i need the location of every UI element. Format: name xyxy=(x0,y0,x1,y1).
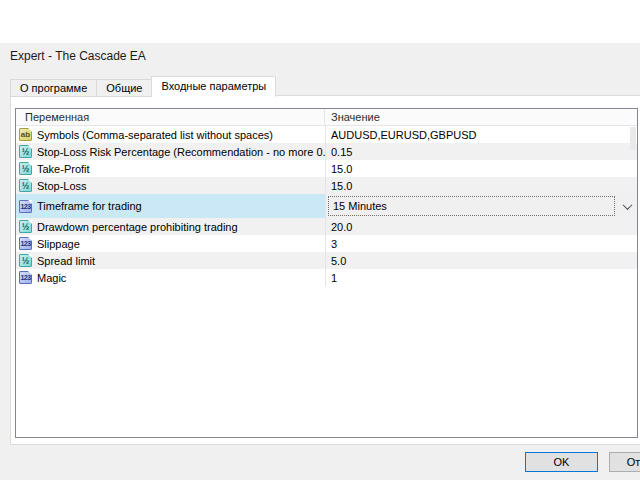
table-row[interactable]: ½ Spread limit 5.0 xyxy=(16,252,637,269)
double-type-icon: ½ xyxy=(19,162,32,175)
parameter-name: Stop-Loss xyxy=(37,180,87,192)
column-header-variable: Переменная xyxy=(16,109,325,125)
table-row[interactable]: ½ Stop-Loss 15.0 xyxy=(16,177,637,194)
table-row[interactable]: ab Symbols (Comma-separated list without… xyxy=(16,126,637,143)
parameter-name: Magic xyxy=(37,272,66,284)
table-row[interactable]: 123 Magic 1 xyxy=(16,269,637,286)
parameter-value: AUDUSD,EURUSD,GBPUSD xyxy=(326,129,476,141)
integer-type-icon: 123 xyxy=(19,271,32,284)
cancel-button[interactable]: Отмена xyxy=(609,452,640,472)
tab-bar: О программе Общие Входные параметры xyxy=(10,76,275,97)
parameter-value: 20.0 xyxy=(326,221,352,233)
ok-button[interactable]: OK xyxy=(525,452,598,472)
parameter-name: Slippage xyxy=(37,238,80,250)
double-type-icon: ½ xyxy=(19,179,32,192)
table-header: Переменная Значение xyxy=(16,109,637,126)
double-type-icon: ½ xyxy=(19,254,32,267)
parameter-name: Drawdown percentage prohibiting trading xyxy=(37,221,238,233)
combobox-selected-value: 15 Minutes xyxy=(326,200,387,212)
vertical-scrollbar-thumb[interactable] xyxy=(630,127,636,150)
parameter-value: 5.0 xyxy=(326,255,346,267)
tab-about[interactable]: О программе xyxy=(10,79,97,97)
double-type-icon: ½ xyxy=(19,145,32,158)
parameter-name: Timeframe for trading xyxy=(37,200,142,212)
chevron-down-icon[interactable] xyxy=(617,194,637,218)
parameter-value: 15.0 xyxy=(326,163,352,175)
table-row[interactable]: ½ Stop-Loss Risk Percentage (Recommendat… xyxy=(16,143,637,160)
parameter-name: Take-Profit xyxy=(37,163,90,175)
parameter-value: 3 xyxy=(326,238,337,250)
double-type-icon: ½ xyxy=(19,220,32,233)
table-body: ab Symbols (Comma-separated list without… xyxy=(16,126,637,286)
integer-type-icon: 123 xyxy=(19,200,32,213)
inputs-tab-panel: Переменная Значение ab Symbols (Comma-se… xyxy=(10,95,640,445)
parameter-name: Stop-Loss Risk Percentage (Recommendatio… xyxy=(37,146,325,158)
column-header-value: Значение xyxy=(325,109,637,125)
parameter-value: 15.0 xyxy=(326,180,352,192)
parameter-name: Spread limit xyxy=(37,255,95,267)
string-type-icon: ab xyxy=(19,128,32,141)
expert-properties-dialog: Expert - The Cascade EA О программе Общи… xyxy=(0,43,640,480)
dialog-title: Expert - The Cascade EA xyxy=(10,49,146,63)
table-row[interactable]: 123 Timeframe for trading 15 Minutes xyxy=(16,194,637,218)
tab-inputs[interactable]: Входные параметры xyxy=(151,76,276,97)
parameters-table: Переменная Значение ab Symbols (Comma-se… xyxy=(15,108,638,438)
tab-common[interactable]: Общие xyxy=(96,79,152,97)
table-row[interactable]: ½ Take-Profit 15.0 xyxy=(16,160,637,177)
parameter-value: 0.15 xyxy=(326,146,352,158)
integer-type-icon: 123 xyxy=(19,237,32,250)
timeframe-combobox[interactable]: 15 Minutes xyxy=(326,194,637,218)
table-row[interactable]: 123 Slippage 3 xyxy=(16,235,637,252)
table-row[interactable]: ½ Drawdown percentage prohibiting tradin… xyxy=(16,218,637,235)
parameter-value: 1 xyxy=(326,272,337,284)
parameter-name: Symbols (Comma-separated list without sp… xyxy=(37,129,273,141)
